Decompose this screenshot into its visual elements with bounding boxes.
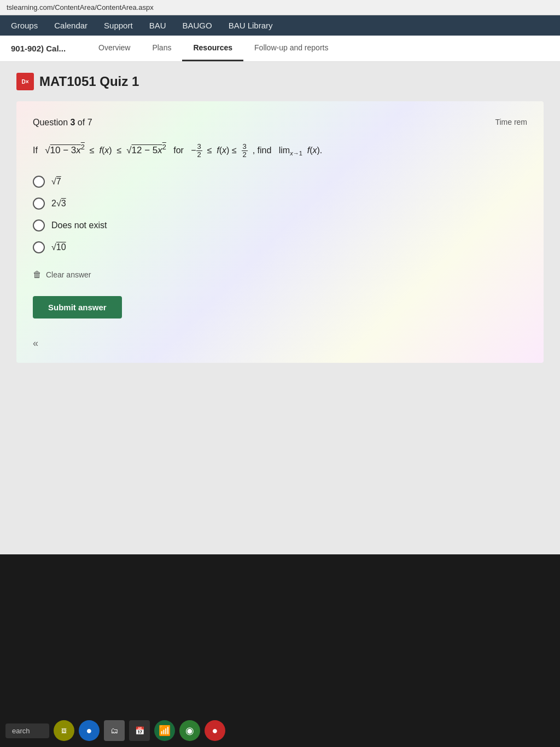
taskbar-icon-wifi[interactable]: 📶 — [154, 720, 175, 741]
tab-plans[interactable]: Plans — [141, 36, 182, 61]
option-2[interactable]: 2√3 — [33, 198, 527, 210]
radio-opt2[interactable] — [33, 198, 45, 210]
taskbar-icon-chrome[interactable]: ◉ — [179, 720, 200, 741]
options-list: √7 2√3 Does not exist √10 — [33, 176, 527, 253]
taskbar-icon-red[interactable]: ● — [205, 720, 225, 741]
nav-bau[interactable]: BAU — [149, 21, 166, 30]
radio-opt3[interactable] — [33, 219, 45, 231]
question-meta: Question 3 of 7 Time rem — [33, 118, 527, 128]
nav-support[interactable]: Support — [104, 21, 133, 30]
nav-baugo[interactable]: BAUGO — [182, 21, 212, 30]
quiz-header: D× MAT1051 Quiz 1 — [16, 73, 544, 90]
trash-icon: 🗑 — [33, 270, 42, 280]
taskbar-calendar-icon[interactable]: 📅 — [129, 720, 150, 741]
option-1-label: √7 — [51, 177, 61, 187]
quiz-icon: D× — [16, 73, 34, 90]
main-content: D× MAT1051 Quiz 1 Question 3 of 7 Time r… — [0, 62, 560, 554]
question-text: If √10 − 3x2 ≤ f(x) ≤ √12 − 5x2 for −32 … — [33, 141, 527, 159]
taskbar-edge-icon[interactable]: ● — [79, 720, 100, 741]
sub-nav: 901-902) Cal... Overview Plans Resources… — [0, 36, 560, 62]
option-4[interactable]: √10 — [33, 241, 527, 253]
quiz-title: MAT1051 Quiz 1 — [39, 74, 139, 89]
option-3-label: Does not exist — [51, 221, 107, 230]
radio-opt1[interactable] — [33, 176, 45, 188]
clear-answer-button[interactable]: 🗑 Clear answer — [33, 270, 527, 280]
tab-resources[interactable]: Resources — [182, 36, 243, 61]
question-card: Question 3 of 7 Time rem If √10 − 3x2 ≤ … — [16, 101, 544, 363]
nav-groups[interactable]: Groups — [11, 21, 38, 30]
tab-followup[interactable]: Follow-up and reports — [243, 36, 339, 61]
tab-overview[interactable]: Overview — [88, 36, 141, 61]
radio-opt4[interactable] — [33, 241, 45, 253]
search-bar-text[interactable]: earch — [5, 723, 49, 738]
time-remaining: Time rem — [495, 118, 527, 126]
question-number: Question 3 of 7 — [33, 118, 92, 128]
url-text: tslearning.com/ContentArea/ContentArea.a… — [7, 3, 154, 11]
option-2-label: 2√3 — [51, 199, 66, 209]
option-1[interactable]: √7 — [33, 176, 527, 188]
option-4-label: √10 — [51, 242, 66, 252]
top-nav: Groups Calendar Support BAU BAUGO BAU Li… — [0, 15, 560, 36]
browser-address-bar: tslearning.com/ContentArea/ContentArea.a… — [0, 0, 560, 15]
clear-answer-label: Clear answer — [46, 270, 91, 279]
course-title: 901-902) Cal... — [11, 37, 77, 60]
taskbar-icon-1[interactable]: 🖼 — [54, 720, 74, 741]
option-3[interactable]: Does not exist — [33, 219, 527, 231]
submit-button[interactable]: Submit answer — [33, 296, 122, 319]
nav-bau-library[interactable]: BAU Library — [229, 21, 273, 30]
nav-calendar[interactable]: Calendar — [54, 21, 88, 30]
taskbar: earch 🖼 ● 🗂 📅 📶 ◉ ● — [0, 714, 560, 747]
collapse-button[interactable]: « — [33, 338, 38, 349]
taskbar-files-icon[interactable]: 🗂 — [104, 720, 125, 741]
